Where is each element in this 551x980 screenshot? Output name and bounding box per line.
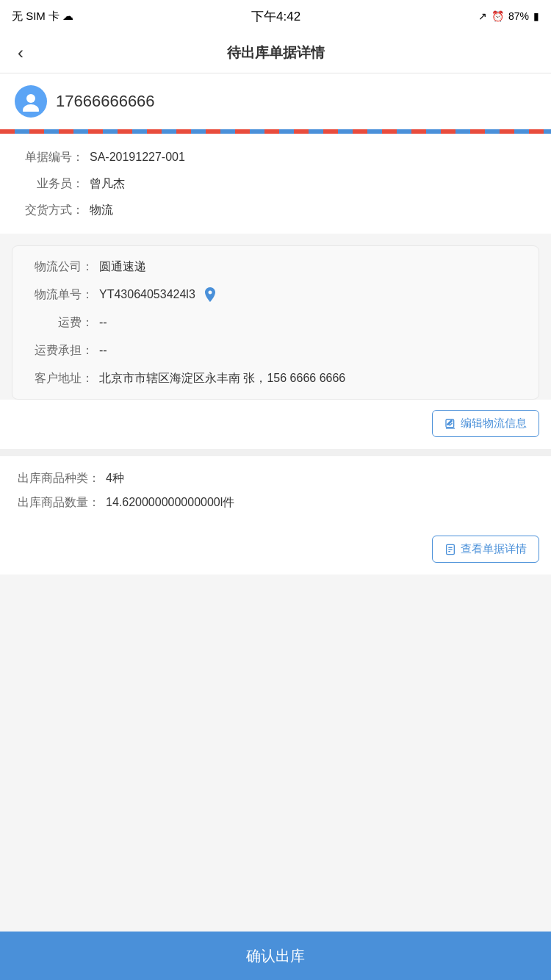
edit-logistics-button[interactable]: 编辑物流信息 <box>432 410 539 437</box>
delivery-value: 物流 <box>90 201 533 219</box>
bottom-empty-area <box>0 574 551 721</box>
product-quantity-label: 出库商品数量： <box>18 495 100 511</box>
section-divider <box>0 449 551 456</box>
salesperson-label: 业务员： <box>18 175 84 192</box>
battery-icon: ▮ <box>533 10 539 22</box>
document-info: 单据编号： SA-20191227-001 业务员： 曾凡杰 交货方式： 物流 <box>0 134 551 234</box>
salesperson-row: 业务员： 曾凡杰 <box>18 175 533 192</box>
doc-number-row: 单据编号： SA-20191227-001 <box>18 148 533 166</box>
logistics-company-label: 物流公司： <box>27 258 93 275</box>
product-type-row: 出库商品种类： 4种 <box>18 471 533 486</box>
freight-label: 运费： <box>27 314 93 331</box>
confirm-button[interactable]: 确认出库 <box>0 932 551 980</box>
user-header: 17666666666 <box>0 73 551 129</box>
logistics-tracking-label: 物流单号： <box>27 286 93 303</box>
salesperson-value: 曾凡杰 <box>90 175 533 192</box>
freight-bearer-row: 运费承担： -- <box>27 342 524 359</box>
map-pin-icon[interactable] <box>201 286 219 303</box>
product-type-label: 出库商品种类： <box>18 471 100 486</box>
logistics-card: 物流公司： 圆通速递 物流单号： YT43064053424l3 运费： -- … <box>12 245 539 400</box>
avatar <box>15 85 47 118</box>
alarm-icon: ⏰ <box>491 10 504 22</box>
status-left: 无 SIM 卡 ☁ <box>12 10 73 24</box>
view-details-button[interactable]: 查看单据详情 <box>432 536 539 563</box>
freight-bearer-label: 运费承担： <box>27 342 93 359</box>
freight-bearer-value: -- <box>99 342 524 359</box>
status-right: ↗ ⏰ 87% ▮ <box>478 10 539 22</box>
user-phone: 17666666666 <box>56 92 155 111</box>
sim-status: 无 SIM 卡 ☁ <box>12 10 73 24</box>
edit-btn-row: 编辑物流信息 <box>0 400 551 449</box>
edit-icon <box>444 418 456 430</box>
product-quantity-value: 14.620000000000000l件 <box>106 495 234 511</box>
confirm-button-label: 确认出库 <box>246 946 305 966</box>
content: 17666666666 单据编号： SA-20191227-001 业务员： 曾… <box>0 73 551 780</box>
svg-point-1 <box>23 104 39 112</box>
location-icon: ↗ <box>478 10 487 22</box>
battery-status: 87% <box>508 10 529 22</box>
document-icon <box>444 544 456 555</box>
address-row: 客户地址： 北京市市辖区海淀区永丰南 张，156 6666 6666 <box>27 370 524 387</box>
product-section: 出库商品种类： 4种 出库商品数量： 14.620000000000000l件 <box>0 456 551 525</box>
logistics-company-value: 圆通速递 <box>99 258 524 275</box>
view-btn-row: 查看单据详情 <box>0 525 551 574</box>
product-type-value: 4种 <box>106 471 124 486</box>
freight-row: 运费： -- <box>27 314 524 331</box>
address-value: 北京市市辖区海淀区永丰南 张，156 6666 6666 <box>99 370 524 387</box>
status-bar: 无 SIM 卡 ☁ 下午4:42 ↗ ⏰ 87% ▮ <box>0 0 551 32</box>
logistics-tracking-value: YT43064053424l3 <box>99 286 524 303</box>
back-button[interactable]: ‹ <box>12 37 29 69</box>
product-quantity-row: 出库商品数量： 14.620000000000000l件 <box>18 495 533 511</box>
logistics-company-row: 物流公司： 圆通速递 <box>27 258 524 275</box>
status-time: 下午4:42 <box>251 8 300 25</box>
page-title: 待出库单据详情 <box>227 43 325 62</box>
doc-number-label: 单据编号： <box>18 148 84 166</box>
address-label: 客户地址： <box>27 370 93 387</box>
delivery-label: 交货方式： <box>18 201 84 219</box>
svg-point-0 <box>26 94 35 103</box>
delivery-row: 交货方式： 物流 <box>18 201 533 219</box>
doc-number-value: SA-20191227-001 <box>90 148 533 166</box>
user-avatar-icon <box>21 91 41 112</box>
logistics-tracking-row: 物流单号： YT43064053424l3 <box>27 286 524 303</box>
nav-bar: ‹ 待出库单据详情 <box>0 32 551 73</box>
freight-value: -- <box>99 314 524 331</box>
